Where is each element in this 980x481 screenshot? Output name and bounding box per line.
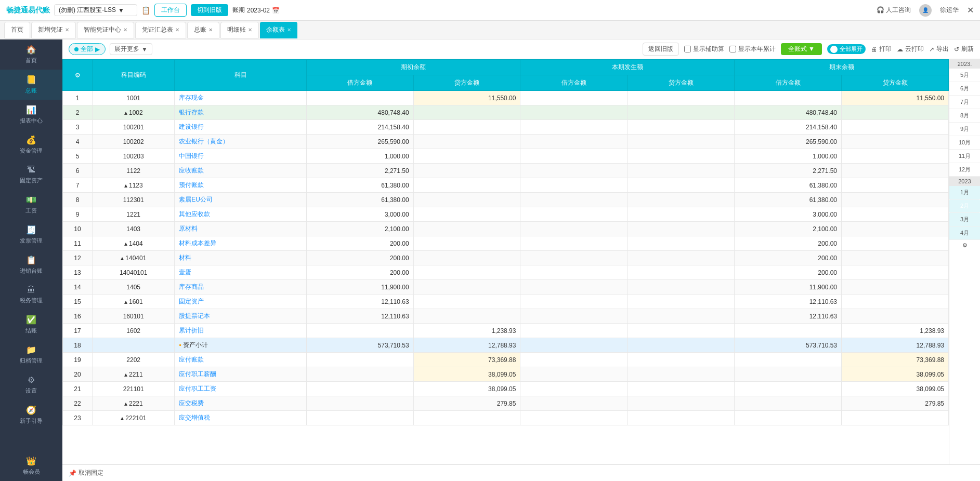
filter-dot xyxy=(74,47,79,51)
tab-smart-voucher[interactable]: 智能凭证中心 ✕ xyxy=(77,22,134,38)
cell-row-num: 2 xyxy=(63,105,93,120)
sidebar-item-guide[interactable]: 🧭新手引导 xyxy=(0,400,62,430)
cell-name[interactable]: 应付账款 xyxy=(175,353,306,367)
workbench-button[interactable]: 工作台 xyxy=(154,4,187,17)
return-old-button[interactable]: 返回旧版 xyxy=(643,43,679,56)
sidebar-item-settings[interactable]: ⚙设置 xyxy=(0,370,62,400)
th-name: 科目 xyxy=(175,60,306,91)
copy-icon[interactable]: 📋 xyxy=(141,6,150,15)
sidebar-item-assets[interactable]: 🏗固定资产 xyxy=(0,160,62,190)
refresh-button[interactable]: ↺ 刷新 xyxy=(954,45,974,54)
cell-name[interactable]: 累计折旧 xyxy=(175,324,306,338)
show-year-acc-checkbox-label[interactable]: 显示本年累计 xyxy=(729,45,776,54)
pin-icon[interactable]: 📌 xyxy=(69,470,76,477)
cell-name[interactable]: 股提票记本 xyxy=(175,309,306,324)
company-selector[interactable]: (勿删) 江西股宝-LSS ▼ xyxy=(54,4,137,16)
tab-voucher-summary[interactable]: 凭证汇总表 ✕ xyxy=(135,22,186,38)
filter-all-label: 全部 xyxy=(81,45,93,54)
consultant-button[interactable]: 🎧 人工咨询 xyxy=(877,6,911,15)
tab-new-voucher[interactable]: 新增凭证 ✕ xyxy=(31,22,76,38)
sidebar-item-funds[interactable]: 💰资金管理 xyxy=(0,130,62,160)
sidebar-item-tax[interactable]: 🏛税务管理 xyxy=(0,280,62,310)
th-settings[interactable]: ⚙ xyxy=(63,60,93,91)
cell-name[interactable]: ▪ 资产小计 xyxy=(175,338,306,353)
close-tab-detail-ledger[interactable]: ✕ xyxy=(248,27,252,33)
print-button[interactable]: 🖨 打印 xyxy=(871,45,892,54)
expand-more-button[interactable]: 展开更多 ▼ xyxy=(110,43,152,55)
cell-name[interactable]: 建设银行 xyxy=(175,120,306,135)
table-row: 20▴ 2211应付职工薪酬38,099.0538,099.05 xyxy=(63,367,949,382)
cell-name[interactable]: 其他应收款 xyxy=(175,207,306,222)
cell-pe-debit xyxy=(842,251,949,265)
cell-pe-debit xyxy=(842,164,949,178)
month-8[interactable]: 8月 xyxy=(949,109,980,123)
settings-dot[interactable]: ⚙ xyxy=(949,240,980,251)
sidebar-item-archive[interactable]: 📁归档管理 xyxy=(0,340,62,370)
month-5[interactable]: 5月 xyxy=(949,69,980,82)
month-3[interactable]: 3月 xyxy=(949,213,980,226)
month-6[interactable]: 6月 xyxy=(949,82,980,96)
month-11[interactable]: 11月 xyxy=(949,150,980,163)
month-1[interactable]: 1月 xyxy=(949,186,980,199)
cell-name[interactable]: 固定资产 xyxy=(175,295,306,309)
cell-name[interactable]: 应交增值税 xyxy=(175,411,306,425)
switch-version-button[interactable]: 切到旧版 xyxy=(191,4,228,16)
cell-name[interactable]: 库存现金 xyxy=(175,91,306,105)
sidebar-item-purchase[interactable]: 📋进销台账 xyxy=(0,250,62,280)
tab-balance-sheet[interactable]: 余额表 ✕ xyxy=(260,22,297,38)
cell-name[interactable]: 库存商品 xyxy=(175,280,306,295)
close-icon[interactable]: ✕ xyxy=(967,5,974,15)
month-10[interactable]: 10月 xyxy=(949,136,980,150)
cell-pe-debit xyxy=(842,135,949,149)
sidebar-item-member[interactable]: 👑畅会员 xyxy=(0,451,62,481)
calendar-icon[interactable]: 📅 xyxy=(272,7,280,14)
cell-name[interactable]: 壹蛋 xyxy=(175,265,306,280)
show-aux-checkbox[interactable] xyxy=(684,46,691,52)
expand-all-toggle[interactable]: 全部展开 xyxy=(827,44,866,54)
cell-pb-debit xyxy=(413,105,520,120)
close-tab-balance-sheet[interactable]: ✕ xyxy=(287,27,291,33)
tab-detail-ledger[interactable]: 明细账 ✕ xyxy=(220,22,259,38)
cell-name[interactable]: 中国银行 xyxy=(175,149,306,164)
month-9[interactable]: 9月 xyxy=(949,123,980,136)
cell-name[interactable]: 材料成本差异 xyxy=(175,236,306,251)
tab-home[interactable]: 首页 xyxy=(4,22,30,38)
close-tab-ledger[interactable]: ✕ xyxy=(208,27,213,33)
month-4[interactable]: 4月 xyxy=(949,226,980,240)
archive-icon: 📁 xyxy=(26,345,36,355)
sidebar-item-home[interactable]: 🏠首页 xyxy=(0,39,62,70)
filter-all-button[interactable]: 全部 ▶ xyxy=(69,43,106,55)
close-tab-voucher-summary[interactable]: ✕ xyxy=(175,27,179,33)
cell-name[interactable]: 材料 xyxy=(175,251,306,265)
month-2[interactable]: 2月 xyxy=(949,199,980,213)
tab-ledger[interactable]: 总账 ✕ xyxy=(187,22,219,38)
cell-row-num: 3 xyxy=(63,120,93,135)
cloud-print-button[interactable]: ☁ 云打印 xyxy=(897,45,924,54)
cell-code: 100203 xyxy=(93,149,175,164)
show-aux-checkbox-label[interactable]: 显示辅助算 xyxy=(684,45,724,54)
export-button[interactable]: ↗ 导出 xyxy=(929,45,949,54)
sidebar-item-reports[interactable]: 📊报表中心 xyxy=(0,100,62,130)
cell-name[interactable]: 原材料 xyxy=(175,222,306,236)
cell-name[interactable]: 素属EU公司 xyxy=(175,193,306,207)
cell-row-num: 13 xyxy=(63,265,93,280)
close-tab-new-voucher[interactable]: ✕ xyxy=(65,27,69,33)
cell-pb-credit xyxy=(306,411,413,425)
cell-name[interactable]: 应付职工工资 xyxy=(175,382,306,396)
sidebar-item-ledger[interactable]: 📒总账 xyxy=(0,70,62,100)
show-year-acc-checkbox[interactable] xyxy=(729,46,736,52)
cell-name[interactable]: 银行存款 xyxy=(175,105,306,120)
close-tab-smart-voucher[interactable]: ✕ xyxy=(123,27,127,33)
month-12[interactable]: 12月 xyxy=(949,163,980,177)
cell-name[interactable]: 应收账款 xyxy=(175,164,306,178)
cell-name[interactable]: 应付职工薪酬 xyxy=(175,367,306,382)
cell-name[interactable]: 预付账款 xyxy=(175,178,306,193)
cell-pe-credit: 2,100.00 xyxy=(735,222,842,236)
cell-name[interactable]: 应交税费 xyxy=(175,396,306,411)
sidebar-item-payroll[interactable]: 💵工资 xyxy=(0,190,62,220)
sidebar-item-closing[interactable]: ✅结账 xyxy=(0,310,62,340)
full-format-button[interactable]: 全账式 ▼ xyxy=(781,43,822,55)
month-7[interactable]: 7月 xyxy=(949,96,980,109)
cell-name[interactable]: 农业银行（黄金） xyxy=(175,135,306,149)
sidebar-item-invoice[interactable]: 🧾发票管理 xyxy=(0,220,62,250)
